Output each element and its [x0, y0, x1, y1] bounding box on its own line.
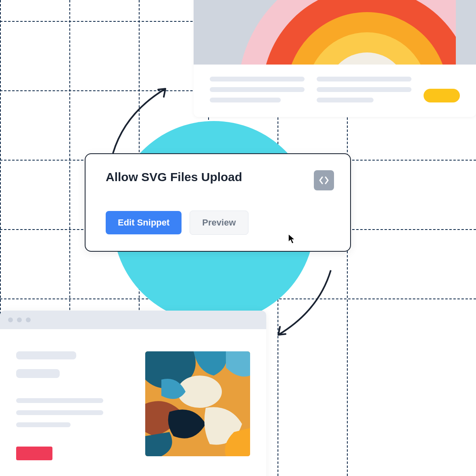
- placeholder-line: [317, 87, 411, 92]
- placeholder-line: [16, 422, 71, 427]
- placeholder-line: [16, 398, 103, 403]
- placeholder-line: [16, 351, 76, 359]
- yellow-pill-button[interactable]: [424, 89, 460, 102]
- card-title: Allow SVG Files Upload: [106, 170, 242, 184]
- preview-window-top: [194, 0, 476, 117]
- window-control-dot: [8, 317, 13, 322]
- window-titlebar: [0, 311, 266, 329]
- red-button[interactable]: [16, 447, 52, 460]
- placeholder-line: [317, 98, 374, 102]
- edit-snippet-button[interactable]: Edit Snippet: [106, 211, 182, 234]
- window-control-dot: [26, 317, 31, 322]
- code-icon: [314, 170, 334, 190]
- cursor-icon: [288, 233, 296, 244]
- placeholder-line: [16, 410, 103, 415]
- rainbow-artwork: [194, 0, 476, 65]
- window-control-dot: [17, 317, 22, 322]
- placeholder-line: [210, 98, 281, 102]
- placeholder-line: [16, 369, 60, 378]
- abstract-artwork: [145, 351, 250, 456]
- placeholder-line: [210, 87, 305, 92]
- placeholder-line: [317, 77, 411, 81]
- svg-rect-6: [456, 0, 476, 65]
- preview-button[interactable]: Preview: [190, 211, 248, 235]
- placeholder-line: [210, 77, 305, 81]
- snippet-card: Allow SVG Files Upload Edit Snippet Prev…: [85, 153, 351, 252]
- preview-window-bottom: [0, 311, 266, 476]
